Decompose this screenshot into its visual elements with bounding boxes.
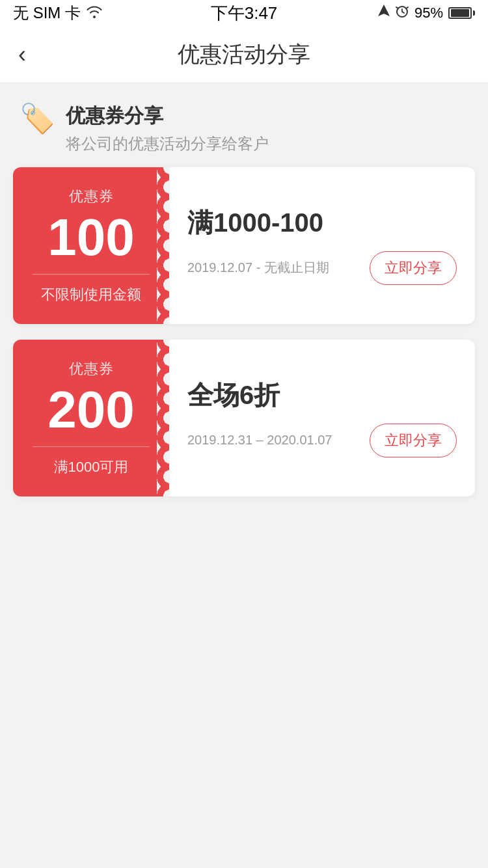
coupon-name-0: 满1000-100 — [187, 207, 457, 238]
coupon-card-1: 优惠券 200 满1000可用 全场6折 2019.12.31 – 2020.0… — [13, 340, 475, 496]
coupon-left-0: 优惠券 100 不限制使用金额 — [13, 167, 169, 324]
coupon-condition-1: 满1000可用 — [54, 457, 129, 477]
coupon-divider-1 — [33, 446, 150, 447]
coupon-amount-0: 100 — [47, 211, 134, 264]
coupon-date-0: 2019.12.07 - 无截止日期 — [187, 259, 370, 277]
coupon-right-1: 全场6折 2019.12.31 – 2020.01.07 立即分享 — [169, 340, 475, 496]
location-icon — [378, 5, 390, 21]
section-title: 优惠券分享 — [66, 103, 269, 129]
bottom-area — [0, 512, 488, 837]
coupon-divider-0 — [33, 274, 150, 275]
page-title: 优惠活动分享 — [178, 40, 310, 70]
coupon-list: 优惠券 100 不限制使用金额 满1000-100 2019.12.07 - 无… — [0, 167, 488, 512]
share-button-0[interactable]: 立即分享 — [370, 251, 457, 285]
coupon-bottom-1: 2019.12.31 – 2020.01.07 立即分享 — [187, 424, 457, 457]
coupon-amount-1: 200 — [47, 384, 134, 436]
coupon-name-1: 全场6折 — [187, 379, 457, 411]
coupon-card-0: 优惠券 100 不限制使用金额 满1000-100 2019.12.07 - 无… — [13, 167, 475, 324]
coupon-date-1: 2019.12.31 – 2020.01.07 — [187, 433, 370, 448]
battery-percent: 95% — [414, 5, 443, 21]
coupon-condition-0: 不限制使用金额 — [41, 285, 141, 305]
back-button[interactable]: ‹ — [18, 43, 26, 66]
status-bar: 无 SIM 卡 下午3:47 95% — [0, 0, 488, 26]
nav-bar: ‹ 优惠活动分享 — [0, 26, 488, 83]
battery-icon — [448, 7, 475, 19]
coupon-right-0: 满1000-100 2019.12.07 - 无截止日期 立即分享 — [169, 167, 475, 324]
status-left: 无 SIM 卡 — [13, 3, 103, 23]
section-header: 🏷️ 优惠券分享 将公司的优惠活动分享给客户 — [0, 83, 488, 167]
wifi-icon — [86, 4, 103, 22]
status-right: 95% — [378, 4, 475, 22]
coupon-type-1: 优惠券 — [69, 359, 114, 379]
alarm-icon — [395, 4, 409, 22]
carrier-label: 无 SIM 卡 — [13, 3, 81, 23]
coupon-left-1: 优惠券 200 满1000可用 — [13, 340, 169, 496]
coupon-section-icon: 🏷️ — [20, 104, 55, 133]
share-button-1[interactable]: 立即分享 — [370, 424, 457, 457]
section-subtitle: 将公司的优惠活动分享给客户 — [66, 133, 269, 154]
coupon-type-0: 优惠券 — [69, 187, 114, 206]
section-title-group: 优惠券分享 将公司的优惠活动分享给客户 — [66, 103, 269, 154]
status-time: 下午3:47 — [211, 2, 278, 25]
coupon-bottom-0: 2019.12.07 - 无截止日期 立即分享 — [187, 251, 457, 285]
